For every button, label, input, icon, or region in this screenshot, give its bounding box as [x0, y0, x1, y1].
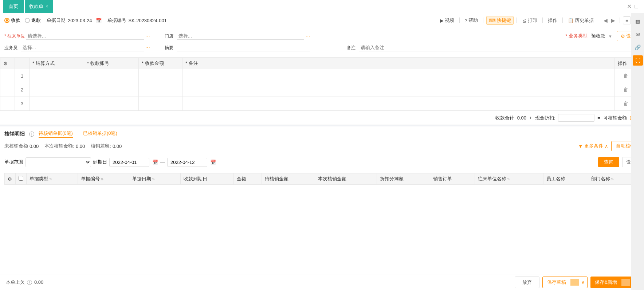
row1-delete-icon[interactable]: 🗑 — [622, 73, 629, 79]
main-container: 收款 退款 单据日期 2023-03-24 📅 单据编号 SK-20230324… — [0, 13, 644, 290]
video-btn[interactable]: ▶ 视频 — [438, 16, 456, 24]
divider3 — [517, 17, 517, 23]
col-settle-header: * 结算方式 — [30, 58, 84, 69]
row3-amount[interactable] — [139, 97, 182, 111]
query-btn[interactable]: 查询 — [598, 157, 619, 167]
diff-stat: 核销差额: 0.00 — [91, 143, 122, 149]
row2-settle[interactable] — [30, 83, 84, 97]
row3-settle[interactable] — [30, 97, 84, 111]
row3-account[interactable] — [84, 97, 139, 111]
partner-label: * 往来单位 — [4, 33, 25, 39]
verification-actions: ▼ 更多条件 ∧ 自动核销 — [578, 141, 640, 151]
current-stat: 本次核销金额: 0.00 — [44, 143, 85, 149]
radio-refund[interactable]: 退款 — [25, 17, 41, 24]
dropdown-arrow-icon[interactable]: ▾ — [609, 34, 612, 39]
row2-remark[interactable] — [182, 83, 615, 97]
radio-receive[interactable]: 收款 — [4, 17, 20, 24]
tab-pending[interactable]: 待核销单据(0笔) — [39, 130, 73, 138]
partner-input[interactable] — [26, 32, 144, 40]
due-date-to-input[interactable] — [167, 158, 207, 167]
sidebar-table-icon[interactable]: ▦ — [633, 16, 643, 26]
tab-close-icon[interactable]: × — [46, 4, 48, 9]
save-draft-arrow-icon[interactable]: ∧ — [579, 279, 587, 285]
abandon-btn[interactable]: 放弃 — [515, 277, 539, 288]
col-num-header — [15, 58, 30, 69]
row3-delete-icon[interactable]: 🗑 — [622, 101, 629, 106]
row2-delete-icon[interactable]: 🗑 — [622, 87, 629, 93]
info-circle-icon[interactable]: i — [27, 280, 32, 285]
row1-settle[interactable] — [30, 69, 84, 83]
col-recv-due-header: 收款到期日 — [180, 173, 233, 185]
cal-from-icon[interactable]: 📅 — [152, 160, 158, 165]
tab-home[interactable]: 首页 — [3, 0, 24, 13]
code-label: 单据编号 — [107, 17, 126, 24]
table-row: 1 🗑 ⧉ — [0, 69, 644, 83]
more-conditions-btn[interactable]: ▼ 更多条件 ∧ — [578, 143, 608, 149]
radio-group: 收款 退款 — [4, 17, 41, 24]
remark-input[interactable] — [359, 44, 640, 51]
row3-remark[interactable] — [182, 97, 615, 111]
partner-field: * 往来单位 ··· — [4, 32, 150, 40]
due-date-from-input[interactable] — [109, 158, 149, 167]
filter-range-select[interactable] — [25, 157, 91, 167]
bottom-bar: 本单上欠 i 0.00 放弃 保存草稿 ∧ 保存&新增 ∧ — [0, 274, 644, 290]
partner-more-icon[interactable]: ··· — [145, 33, 150, 39]
tab-active[interactable]: 收款单 × — [25, 0, 53, 13]
row2-account[interactable] — [84, 83, 139, 97]
nav-prev[interactable]: ◀ — [602, 17, 609, 24]
calendar-icon[interactable]: 📅 — [96, 18, 102, 23]
chevron-up-icon: ∧ — [605, 144, 608, 149]
select-all-checkbox[interactable] — [19, 176, 23, 181]
shop-more-icon[interactable]: ··· — [306, 33, 310, 39]
nav-arrows: ◀ ▶ — [602, 17, 617, 24]
discount-input[interactable] — [558, 114, 594, 122]
row2-amount[interactable] — [139, 83, 182, 97]
shortcut-btn[interactable]: ⌨ 快捷键 — [486, 16, 514, 25]
col-staff-name-header: 员工名称 — [543, 173, 588, 185]
date-value: 2023-03-24 — [68, 18, 92, 23]
col-pending-verify-header: 待核销金额 — [262, 173, 315, 185]
gear-bottom-icon[interactable]: ⚙ — [8, 176, 12, 182]
uncleared-label: 未核销金额 — [4, 143, 28, 149]
verification-info-icon[interactable]: i — [29, 132, 34, 137]
shop-label: 门店 — [165, 33, 173, 39]
layout-list[interactable]: ≡ — [623, 16, 631, 24]
business-type-value: 预收款 — [591, 33, 605, 39]
window-max-btn[interactable]: □ — [635, 3, 638, 10]
radio-dot-receive — [4, 18, 9, 23]
bottom-info: 本单上欠 i 0.00 — [6, 279, 43, 286]
col-amount-header: * 收款金额 — [139, 58, 182, 69]
history-btn[interactable]: 📋 历史单据 — [566, 16, 596, 24]
total-label: 收款合计 — [495, 115, 514, 121]
window-close-btn[interactable]: ✕ — [627, 3, 632, 10]
divider7 — [620, 17, 620, 23]
sidebar-screen-icon[interactable]: ⛶ — [633, 55, 643, 66]
save-draft-btn[interactable]: 保存草稿 ∧ — [542, 277, 588, 288]
row1-amount[interactable] — [139, 69, 182, 83]
sidebar-mail-icon[interactable]: ✉ — [633, 29, 643, 39]
operation-btn[interactable]: 操作 — [546, 16, 559, 24]
print-btn[interactable]: 🖨 打印 — [520, 16, 539, 24]
verification-header: 核销明细 i 待核销单据(0笔) 已核销单据(0笔) — [4, 130, 640, 138]
table-gear-icon[interactable]: ⚙ — [3, 61, 8, 66]
tab-done[interactable]: 已核销单据(0笔) — [83, 130, 117, 138]
sidebar-link-icon[interactable]: 🔗 — [633, 42, 643, 52]
summary-input[interactable] — [177, 44, 310, 51]
verification-stats: 未核销金额 0.00 本次核销金额: 0.00 核销差额: 0.00 ▼ 更多条… — [4, 141, 640, 151]
plus-label: + — [529, 115, 532, 121]
nav-next[interactable]: ▶ — [610, 17, 617, 24]
row1-remark[interactable] — [182, 69, 615, 83]
help-btn[interactable]: ? 帮助 — [463, 16, 480, 24]
video-icon: ▶ — [440, 18, 444, 23]
diff-label: 核销差额: — [91, 143, 111, 149]
staff-more-icon[interactable]: ··· — [145, 44, 150, 51]
equals-label: = — [597, 115, 600, 121]
form-area: * 往来单位 ··· 门店 ··· * 业务类型 预收款 ▾ ⚙ 设置 — [0, 28, 644, 58]
staff-input[interactable] — [21, 44, 144, 51]
row1-account[interactable] — [84, 69, 139, 83]
tab-bar: 首页 收款单 × ✕ □ — [0, 0, 644, 13]
shop-input[interactable] — [177, 32, 304, 40]
verifiable-label: 可核销金额 — [603, 115, 627, 121]
business-type-field: * 业务类型 预收款 ▾ ⚙ 设置 — [565, 31, 640, 41]
cal-to-icon[interactable]: 📅 — [210, 160, 216, 165]
